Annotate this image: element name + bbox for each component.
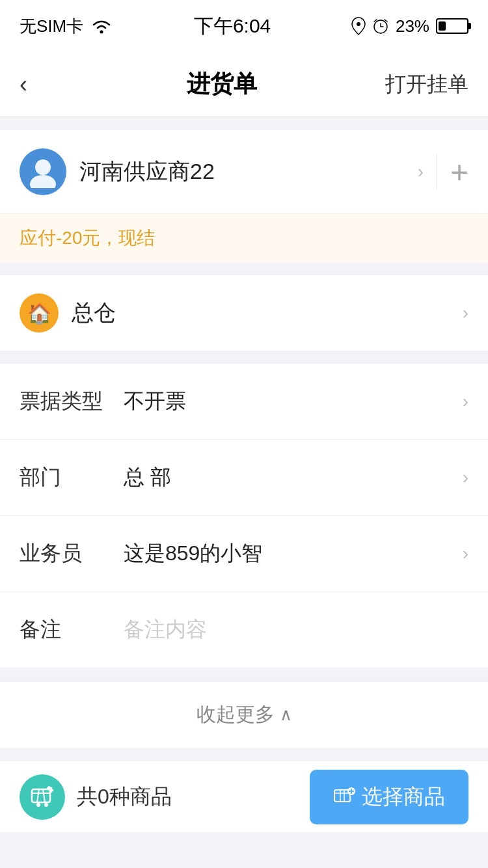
invoice-type-chevron: › xyxy=(463,391,468,412)
svg-point-9 xyxy=(44,803,48,807)
person-icon xyxy=(27,156,59,188)
section-gap-2 xyxy=(0,262,488,275)
select-product-button[interactable]: 选择商品 xyxy=(310,770,468,824)
supplier-row[interactable]: 河南供应商22 › + xyxy=(0,130,488,214)
svg-line-6 xyxy=(37,789,39,802)
invoice-type-row[interactable]: 票据类型 不开票 › xyxy=(0,364,488,440)
svg-line-7 xyxy=(43,789,45,802)
warehouse-row[interactable]: 🏠 总仓 › xyxy=(0,275,488,351)
add-supplier-button[interactable]: + xyxy=(437,154,468,190)
status-time: 下午6:04 xyxy=(194,13,271,40)
salesperson-label: 业务员 xyxy=(20,539,124,568)
carrier-label: 无SIM卡 xyxy=(20,15,83,38)
svg-point-4 xyxy=(30,175,56,188)
collapse-label: 收起更多 xyxy=(197,701,275,728)
salesperson-value: 这是859的小智 xyxy=(124,539,463,568)
remark-row[interactable]: 备注 备注内容 xyxy=(0,592,488,668)
warehouse-chevron: › xyxy=(463,303,468,323)
battery-icon xyxy=(436,18,468,34)
product-count: 共0种商品 xyxy=(77,783,310,811)
select-product-label: 选择商品 xyxy=(362,783,445,811)
gray-area xyxy=(0,832,488,868)
alarm-icon xyxy=(372,18,389,34)
open-pending-button[interactable]: 打开挂单 xyxy=(385,70,468,99)
supplier-chevron: › xyxy=(418,161,424,182)
salesperson-chevron: › xyxy=(463,543,468,564)
bottom-bar: 共0种商品 选择商品 xyxy=(0,761,488,832)
collapse-arrow: ∧ xyxy=(280,705,292,725)
location-icon xyxy=(351,17,366,35)
salesperson-row[interactable]: 业务员 这是859的小智 › xyxy=(0,516,488,592)
wifi-icon xyxy=(90,18,113,34)
house-icon: 🏠 xyxy=(27,302,51,325)
invoice-type-value: 不开票 xyxy=(124,387,463,416)
remark-input[interactable]: 备注内容 xyxy=(124,616,468,644)
page-title: 进货单 xyxy=(187,68,257,100)
svg-point-1 xyxy=(357,22,360,26)
svg-point-3 xyxy=(35,159,51,175)
cart-icon-wrap xyxy=(20,774,65,820)
warehouse-section: 🏠 总仓 › xyxy=(0,275,488,351)
svg-point-0 xyxy=(100,31,103,34)
section-gap-1 xyxy=(0,117,488,130)
department-chevron: › xyxy=(463,467,468,488)
status-bar: 无SIM卡 下午6:04 23% xyxy=(0,0,488,52)
status-right: 23% xyxy=(351,16,468,36)
department-row[interactable]: 部门 总 部 › xyxy=(0,440,488,516)
supplier-section: 河南供应商22 › + 应付-20元，现结 xyxy=(0,130,488,262)
svg-point-8 xyxy=(36,803,40,807)
status-left: 无SIM卡 xyxy=(20,15,113,38)
nav-bar: ‹ 进货单 打开挂单 xyxy=(0,52,488,117)
supplier-avatar xyxy=(20,148,66,195)
invoice-type-label: 票据类型 xyxy=(20,387,124,416)
supplier-name: 河南供应商22 xyxy=(79,157,418,187)
svg-rect-5 xyxy=(32,789,50,802)
department-label: 部门 xyxy=(20,463,124,492)
form-section: 票据类型 不开票 › 部门 总 部 › 业务员 这是859的小智 › 备注 备注… xyxy=(0,364,488,668)
remark-label: 备注 xyxy=(20,616,124,644)
warehouse-name: 总仓 xyxy=(72,298,463,328)
warehouse-icon-wrap: 🏠 xyxy=(20,293,59,332)
cart-icon xyxy=(29,784,55,810)
select-product-icon xyxy=(333,786,355,808)
department-value: 总 部 xyxy=(124,463,463,492)
collapse-row[interactable]: 收起更多 ∧ xyxy=(0,681,488,748)
back-button[interactable]: ‹ xyxy=(20,71,59,98)
notice-banner: 应付-20元，现结 xyxy=(0,214,488,262)
battery-percent: 23% xyxy=(396,16,429,36)
